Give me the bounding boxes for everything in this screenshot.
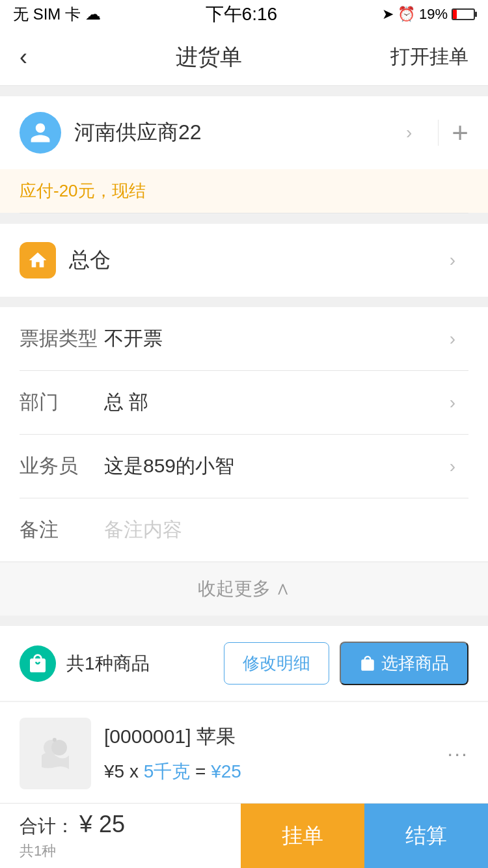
shop-icon — [27, 653, 48, 674]
product-code: [0000001] — [104, 726, 197, 747]
svg-point-2 — [53, 738, 57, 742]
department-chevron-icon: › — [450, 392, 455, 413]
quantity: 5千克 — [144, 761, 191, 781]
product-thumbnail — [20, 718, 91, 789]
product-info: [0000001] 苹果 ¥5 x 5千克 = ¥25 — [104, 724, 434, 784]
products-header: 共1种商品 修改明细 选择商品 — [0, 626, 488, 701]
status-right: ➤ ⏰ 19% — [382, 6, 475, 23]
select-product-icon — [359, 655, 376, 672]
salesman-row[interactable]: 业务员 这是859的小智 › — [0, 435, 488, 498]
more-options-button[interactable]: ··· — [447, 742, 468, 766]
alert-bar: 应付-20元，现结 — [0, 169, 488, 213]
remark-input[interactable]: 备注内容 — [104, 517, 468, 543]
unit-price: ¥5 x — [104, 761, 144, 781]
product-thumb-icon — [36, 734, 75, 773]
alarm-icon: ⏰ — [398, 6, 415, 23]
battery-label: 19% — [419, 6, 448, 23]
salesman-label: 业务员 — [20, 453, 104, 480]
invoice-type-value: 不开票 — [104, 325, 450, 352]
supplier-name[interactable]: 河南供应商22 — [74, 118, 406, 147]
supplier-section: 河南供应商22 › + — [0, 96, 488, 169]
edit-detail-button[interactable]: 修改明细 — [224, 642, 329, 685]
invoice-type-chevron-icon: › — [450, 329, 455, 349]
products-icon — [20, 645, 56, 682]
equals: = — [190, 761, 211, 781]
department-label: 部门 — [20, 389, 104, 416]
total-amount: ¥ 25 — [79, 811, 125, 838]
salesman-value: 这是859的小智 — [104, 453, 450, 480]
svg-point-1 — [51, 740, 67, 755]
total-label: 合计： — [20, 814, 74, 839]
department-row[interactable]: 部门 总 部 › — [0, 371, 488, 434]
status-bar: 无 SIM 卡 ☁ 下午6:16 ➤ ⏰ 19% — [0, 0, 488, 29]
section-divider-1 — [0, 86, 488, 96]
status-left: 无 SIM 卡 ☁ — [13, 4, 101, 25]
total-price: ¥25 — [211, 761, 241, 781]
select-product-button[interactable]: 选择商品 — [340, 642, 468, 685]
vertical-separator — [438, 120, 439, 146]
bottom-bar: 合计： ¥ 25 共1种 挂单 结算 — [0, 803, 488, 868]
open-pending-button[interactable]: 打开挂单 — [390, 44, 468, 70]
page-title: 进货单 — [176, 42, 242, 72]
status-time: 下午6:16 — [206, 2, 278, 27]
total-row: 合计： ¥ 25 — [20, 811, 221, 839]
collapse-button[interactable]: 收起更多 ∧ — [0, 562, 488, 616]
person-icon — [29, 121, 52, 144]
supplier-avatar — [20, 112, 61, 154]
nav-bar: ‹ 进货单 打开挂单 — [0, 29, 488, 86]
location-icon: ➤ — [382, 6, 394, 23]
sim-label: 无 SIM 卡 ☁ — [13, 4, 101, 25]
products-count: 共1种商品 — [66, 651, 213, 676]
supplier-chevron-icon: › — [406, 122, 412, 143]
total-area: 合计： ¥ 25 共1种 — [0, 804, 241, 868]
remark-row[interactable]: 备注 备注内容 — [0, 498, 488, 562]
invoice-type-row[interactable]: 票据类型 不开票 › — [0, 307, 488, 370]
product-name: [0000001] 苹果 — [104, 724, 434, 750]
hang-button[interactable]: 挂单 — [241, 804, 364, 868]
warehouse-chevron-icon: › — [450, 250, 455, 271]
form-section: 票据类型 不开票 › 部门 总 部 › 业务员 这是859的小智 › 备注 备注… — [0, 307, 488, 616]
warehouse-name: 总仓 — [69, 246, 450, 275]
checkout-button[interactable]: 结算 — [364, 804, 488, 868]
remark-label: 备注 — [20, 517, 104, 543]
invoice-type-label: 票据类型 — [20, 325, 104, 352]
product-item: [0000001] 苹果 ¥5 x 5千克 = ¥25 ··· — [0, 702, 488, 805]
department-value: 总 部 — [104, 389, 450, 416]
product-title: 苹果 — [197, 726, 236, 747]
home-icon — [27, 250, 48, 271]
warehouse-icon — [20, 242, 56, 278]
product-price: ¥5 x 5千克 = ¥25 — [104, 759, 434, 784]
alert-text: 应付-20元，现结 — [20, 181, 146, 200]
thin-divider — [20, 213, 468, 213]
salesman-chevron-icon: › — [450, 456, 455, 477]
total-count: 共1种 — [20, 841, 221, 861]
back-button[interactable]: ‹ — [20, 44, 27, 71]
add-button[interactable]: + — [452, 118, 468, 147]
warehouse-section[interactable]: 总仓 › — [0, 224, 488, 297]
battery-icon — [452, 8, 475, 20]
